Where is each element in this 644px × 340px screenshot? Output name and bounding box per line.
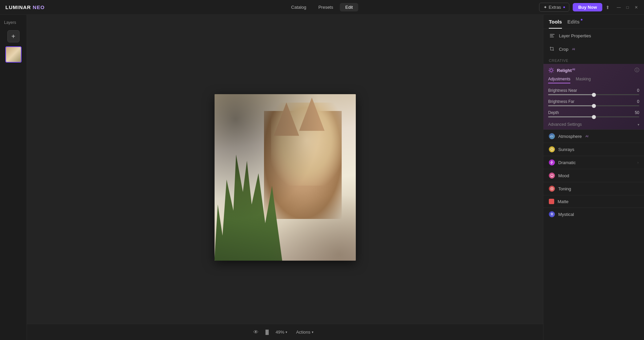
mystical-item[interactable]: Mystical [543, 207, 644, 221]
brightness-far-label: Brightness Far [548, 99, 574, 104]
brightness-near-value: 0 [637, 88, 639, 93]
sunrays-icon [549, 146, 555, 152]
svg-point-7 [551, 188, 553, 189]
zoom-level: 49% [275, 330, 284, 335]
brightness-near-track[interactable] [548, 94, 639, 95]
info-icon[interactable]: ⓘ [635, 67, 639, 73]
bottom-bar: 👁 ▐▌ 49% ▾ Actions ▾ [27, 324, 543, 340]
canvas-area: 👁 ▐▌ 49% ▾ Actions ▾ [27, 15, 543, 340]
depth-thumb[interactable] [592, 115, 596, 119]
matte-icon [549, 199, 554, 204]
brightness-near-fill [548, 94, 594, 95]
svg-point-4 [551, 148, 553, 150]
mood-item[interactable]: Mood [543, 169, 644, 182]
zoom-control[interactable]: 49% ▾ [275, 330, 287, 335]
topbar: LUMINAR NEO Catalog Presets Edit ✦ Extra… [0, 0, 644, 15]
matte-item[interactable]: Matte [543, 195, 644, 207]
creative-section-label: Creative [543, 56, 644, 64]
atmosphere-icon [549, 133, 555, 139]
photo-shadow-br [271, 194, 356, 261]
photo-container [215, 94, 356, 261]
depth-row: Depth 50 [543, 108, 644, 119]
tab-tools[interactable]: Tools [549, 19, 562, 29]
adjustments-tab[interactable]: Adjustments [548, 77, 570, 83]
dramatic-item[interactable]: Dramatic › [543, 156, 644, 169]
relight-header[interactable]: RelightAI ⓘ [543, 64, 644, 77]
depth-track[interactable] [548, 116, 639, 117]
layer-properties-item[interactable]: Layer Properties [543, 29, 644, 42]
extras-icon: ✦ [543, 5, 547, 10]
toning-item[interactable]: Toning [543, 182, 644, 195]
actions-chevron-icon: ▾ [312, 330, 313, 334]
brightness-far-thumb[interactable] [592, 104, 596, 108]
left-sidebar: Layers + [0, 15, 27, 340]
minimize-button[interactable]: — [616, 5, 621, 10]
crop-ai-badge: AI [572, 47, 575, 51]
svg-rect-1 [550, 35, 553, 36]
panel-content: Layer Properties Crop AI Creative [543, 29, 644, 340]
actions-button[interactable]: Actions ▾ [293, 328, 317, 336]
dramatic-chevron-icon: › [637, 160, 639, 164]
brightness-far-track[interactable] [548, 105, 639, 106]
edit-nav-btn[interactable]: Edit [340, 3, 358, 11]
depth-fill [548, 116, 594, 117]
atmosphere-ai-badge: AI [585, 135, 589, 138]
presets-nav-btn[interactable]: Presets [313, 3, 339, 11]
extras-button[interactable]: ✦ Extras [539, 3, 570, 12]
relight-icon [548, 67, 554, 73]
layer-thumbnail-image [6, 47, 21, 62]
zoom-chevron-icon: ▾ [286, 330, 287, 334]
edits-dot-badge [581, 19, 582, 21]
app-logo: LUMINAR NEO [5, 4, 45, 10]
brightness-far-fill [548, 105, 594, 106]
extras-dot [563, 6, 565, 8]
mood-icon [549, 173, 555, 179]
brightness-near-thumb[interactable] [592, 93, 596, 97]
svg-rect-2 [550, 37, 554, 37]
compare-icon[interactable]: ▐▌ [264, 330, 270, 335]
photo-canvas [215, 94, 356, 261]
atmosphere-item[interactable]: Atmosphere AI [543, 129, 644, 143]
share-icon[interactable]: ⬆ [606, 5, 610, 10]
relight-section: RelightAI ⓘ Adjustments Masking Brightne… [543, 64, 644, 129]
maximize-button[interactable]: □ [625, 5, 630, 10]
right-panel: Tools Edits Layer Properties [543, 15, 644, 340]
add-layer-button[interactable]: + [7, 30, 20, 42]
buy-now-button[interactable]: Buy Now [573, 3, 602, 11]
relight-title: RelightAI [557, 68, 632, 73]
visibility-icon[interactable]: 👁 [253, 329, 259, 335]
brightness-far-value: 0 [637, 99, 639, 104]
tab-edits[interactable]: Edits [567, 19, 580, 29]
svg-rect-0 [550, 34, 555, 35]
depth-label: Depth [548, 110, 559, 115]
crop-icon [549, 46, 556, 52]
svg-point-3 [550, 69, 553, 72]
advanced-settings-row[interactable]: Advanced Settings ▾ [543, 119, 644, 129]
layer-properties-icon [549, 32, 556, 39]
layers-title: Layers [0, 20, 27, 25]
dramatic-icon [549, 159, 555, 165]
toning-icon [549, 186, 555, 192]
brightness-far-row: Brightness Far 0 [543, 97, 644, 108]
advanced-settings-chevron-icon: ▾ [638, 123, 639, 126]
crop-item[interactable]: Crop AI [543, 42, 644, 56]
catalog-nav-btn[interactable]: Catalog [286, 3, 312, 11]
relight-sub-tabs: Adjustments Masking [543, 77, 644, 86]
main-layout: Layers + [0, 15, 644, 340]
relight-ai-badge: AI [572, 68, 575, 71]
close-button[interactable]: ✕ [634, 5, 639, 10]
masking-tab[interactable]: Masking [576, 77, 591, 83]
layer-thumbnail[interactable] [5, 46, 22, 63]
sunrays-item[interactable]: Sunrays [543, 143, 644, 156]
depth-value: 50 [635, 110, 639, 115]
mystical-icon [549, 211, 555, 217]
panel-tabs: Tools Edits [543, 15, 644, 29]
brightness-near-row: Brightness Near 0 [543, 86, 644, 97]
svg-point-5 [551, 174, 553, 177]
brightness-near-label: Brightness Near [548, 88, 577, 93]
